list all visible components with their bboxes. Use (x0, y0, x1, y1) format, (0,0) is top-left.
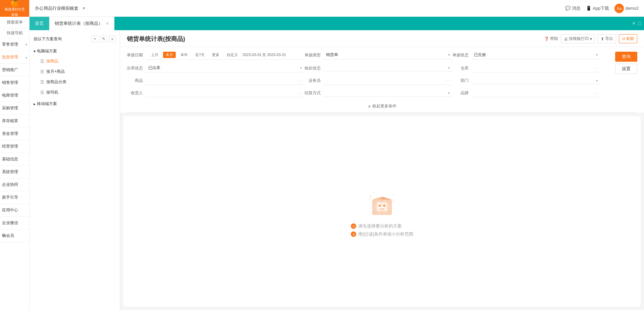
expand-icon: ▾ (34, 49, 36, 54)
sidebar-item-apps[interactable]: 应用中心 (0, 204, 29, 217)
collapse-panel-button[interactable]: « (109, 36, 116, 42)
tab-home[interactable]: 首页 (30, 17, 49, 30)
out-status-control[interactable]: 已出库 ▾ (146, 64, 305, 72)
salesperson-dots: ··· (445, 78, 450, 83)
tab-sales-report[interactable]: 销货单统计表（按商品） × (49, 17, 114, 30)
user-name: demo2 (625, 6, 639, 11)
help-label: 帮助 (550, 36, 558, 42)
sidebar-item-purchase[interactable]: 采购管理 (0, 102, 29, 115)
sidebar-item-finance-label: 资金管理 (2, 131, 18, 137)
desktop-scheme-group-header[interactable]: ▾ 电脑端方案 (30, 46, 120, 56)
template-print-icon: 🖨 (564, 37, 568, 41)
sidebar-item-marketing[interactable]: 营销推广 (0, 64, 29, 76)
dept-arrow: ▾ (596, 79, 598, 83)
scheme-item-by-category[interactable]: ☰ 按商品分类 (30, 77, 120, 87)
search-menu[interactable]: 搜索菜单 (0, 17, 29, 28)
add-scheme-button[interactable]: + (92, 36, 98, 42)
scheme-item-by-month-goods[interactable]: ☰ 按月+商品 (30, 66, 120, 77)
date-custom[interactable]: 自定义 (224, 52, 240, 58)
sidebar-item-wechat-label: 企业微信 (2, 220, 18, 226)
dept-control[interactable]: ▾ (471, 78, 600, 84)
date-this-month[interactable]: 本月 (163, 52, 176, 58)
quick-nav[interactable]: 快捷导航 (0, 28, 29, 38)
tab-close-all-button[interactable]: × (632, 20, 635, 27)
export-button[interactable]: ⬆ 导出 (598, 34, 616, 43)
bill-type-arrow: ▾ (448, 53, 450, 57)
out-status-arrow: ▾ (300, 66, 302, 70)
results-area: ✦ ✦ ① 请先选择要分析的方案 ② 用[过滤]条件来缩小分析范围 (123, 116, 641, 307)
refresh-icon: ↺ (622, 37, 625, 41)
filter-settlement: 结算方式 ▾ (305, 90, 452, 97)
sidebar-item-finance[interactable]: 资金管理 (0, 127, 29, 140)
filter-row-1: 单据日期 上月 本月 本年 近7天 更多 自定义 2023-03-01 至 20… (127, 50, 600, 60)
salesperson-control[interactable]: ··· (323, 76, 452, 85)
topbar-dropdown-arrow[interactable]: ▼ (82, 6, 86, 11)
settlement-label: 结算方式 (305, 90, 323, 96)
sidebar-item-ecommerce[interactable]: 电商管理 (0, 89, 29, 102)
collapse-button[interactable]: ∧ 收起更多条件 (368, 103, 396, 109)
recipient-control[interactable]: ··· (146, 89, 305, 97)
tab-maximize-button[interactable]: □ (638, 20, 641, 27)
user-menu[interactable]: Ea demo2 (614, 4, 639, 13)
help-icon: ❓ (544, 37, 549, 41)
date-7days[interactable]: 近7天 (193, 52, 207, 58)
topbar-left: 办公用品行业模拟账套 ▼ (35, 5, 86, 11)
app-logo: 🍊 畅捷通好生意 标版 (0, 0, 29, 17)
bill-type-control[interactable]: 销货单 ▾ (323, 51, 452, 59)
tip-1-text: 请先选择要分析的方案 (358, 223, 402, 229)
filter-panel-actions: + ✎ « (92, 36, 116, 42)
template-print-button[interactable]: 🖨 按模板打印 ▾ (561, 34, 595, 43)
filter-row-3: 商品 ··· 业务员 ··· (127, 76, 600, 85)
filter-bill-type: 单据类型 销货单 ▾ (305, 51, 452, 59)
help-button[interactable]: ❓ 帮助 (544, 36, 558, 42)
sidebar-item-member[interactable]: 畅会员 (0, 229, 29, 242)
sidebar-item-sales[interactable]: 销售管理 (0, 76, 29, 89)
tip-1-num: ① (351, 223, 356, 229)
app-download-button[interactable]: 📱 App下载 (586, 5, 609, 11)
sidebar-item-wholesale[interactable]: 批发管理 ▴ (0, 51, 29, 64)
sidebar-item-inventory[interactable]: 库存核算 (0, 115, 29, 127)
bill-type-value: 销货单 (326, 52, 448, 58)
sidebar-item-basic[interactable]: 基础信息 (0, 153, 29, 166)
date-more[interactable]: 更多 (209, 52, 222, 58)
sidebar-item-operation-label: 经营管理 (2, 144, 18, 149)
edit-scheme-button[interactable]: ✎ (100, 36, 107, 42)
mobile-expand-icon: ▸ (34, 102, 36, 106)
warehouse-dots: ··· (593, 65, 598, 71)
filter-panel-header-label: 按以下方案查询 (34, 36, 62, 42)
bill-status-control[interactable]: 已生效 ▾ (471, 51, 600, 59)
brand-label: 品牌 (452, 90, 471, 96)
query-actions: 查询 设置 (615, 52, 637, 74)
message-icon: 💬 (565, 6, 571, 11)
scheme-item-by-goods[interactable]: ☰ 按商品 (30, 56, 120, 66)
settlement-control[interactable]: ▾ (323, 90, 452, 97)
goods-control[interactable]: ··· (146, 76, 305, 85)
content-wrapper: 按以下方案查询 + ✎ « ▾ 电脑端方案 ☰ 按商品 ☰ 按月 (30, 30, 644, 310)
settings-button[interactable]: 设置 (615, 64, 637, 74)
date-last-month[interactable]: 上月 (148, 52, 161, 58)
receipt-status-control[interactable]: ▾ (323, 65, 452, 71)
query-button[interactable]: 查询 (615, 52, 637, 62)
scheme-icon-category: ☰ (40, 80, 44, 85)
refresh-button[interactable]: ↺ 刷新 (619, 34, 637, 43)
warehouse-label: 仓库 (452, 65, 471, 71)
sidebar-item-retail[interactable]: 零售管理 ▾ (0, 38, 29, 51)
sidebar-item-operation[interactable]: 经营管理 (0, 140, 29, 153)
scheme-item-by-driver[interactable]: ☰ 按司机 (30, 87, 120, 98)
warehouse-control[interactable]: ··· (471, 64, 600, 72)
sidebar-item-cooperation[interactable]: 企业协同 (0, 178, 29, 191)
date-control[interactable]: 上月 本月 本年 近7天 更多 自定义 2023-03-01 至 2023-03… (146, 50, 305, 60)
avatar-text: Ea (617, 6, 622, 10)
brand-control[interactable]: ··· (471, 89, 600, 97)
date-this-year[interactable]: 本年 (178, 52, 191, 58)
mobile-scheme-group-header[interactable]: ▸ 移动端方案 (30, 99, 120, 109)
tab-sales-report-label: 销货单统计表（按商品） (55, 20, 103, 27)
filter-form-container: 单据日期 上月 本月 本年 近7天 更多 自定义 2023-03-01 至 20… (120, 47, 644, 113)
sidebar-item-system[interactable]: 系统管理 (0, 166, 29, 178)
message-button[interactable]: 💬 消息 (565, 5, 581, 11)
tab-close-icon[interactable]: × (106, 21, 109, 26)
salesperson-label: 业务员 (305, 78, 323, 84)
sidebar-item-wechat[interactable]: 企业微信 (0, 217, 29, 229)
filter-out-status: 出库状态 已出库 ▾ (127, 64, 305, 72)
sidebar-item-newbie[interactable]: 新手引导 (0, 191, 29, 204)
